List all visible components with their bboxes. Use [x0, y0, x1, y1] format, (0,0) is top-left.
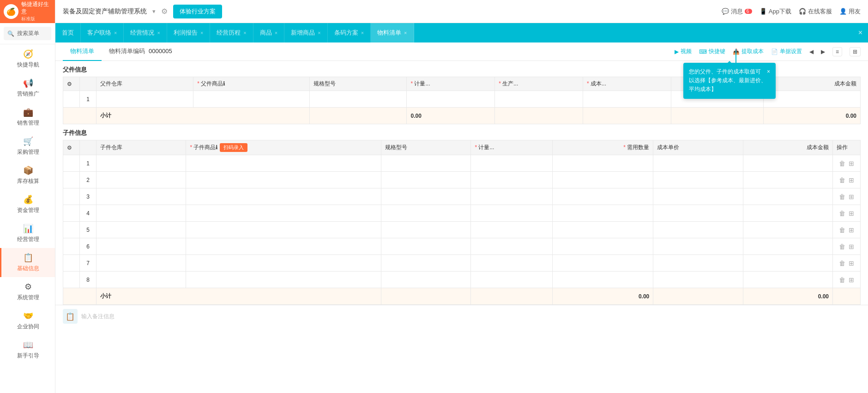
nav-tab-close-new_product[interactable]: ×: [318, 30, 320, 36]
message-btn[interactable]: 💬 消息 6: [722, 7, 752, 16]
close-all-tabs-btn[interactable]: ×: [853, 29, 868, 37]
nav-tab-history[interactable]: 经营历程×: [210, 23, 253, 42]
child-row3-warehouse[interactable]: [96, 188, 186, 205]
child-row8-quantity[interactable]: [552, 272, 653, 288]
online-service-btn[interactable]: 🎧 在线客服: [799, 7, 832, 16]
child-row4-unit-cost[interactable]: [653, 205, 743, 222]
copy-row6-btn[interactable]: ⊞: [849, 243, 854, 250]
nav-tab-close-bom[interactable]: ×: [404, 30, 407, 36]
child-row8-product[interactable]: [186, 272, 381, 288]
delete-row1-btn[interactable]: 🗑: [839, 160, 845, 167]
prev-btn[interactable]: ◀: [809, 48, 814, 55]
note-icon[interactable]: 📋: [63, 309, 78, 324]
child-row8-unit[interactable]: [471, 272, 552, 288]
nav-tab-new_product[interactable]: 新增商品×: [284, 23, 327, 42]
child-row7-warehouse[interactable]: [96, 255, 186, 272]
child-row5-quantity[interactable]: [552, 222, 653, 238]
sidebar-item-inventory[interactable]: 📦 库存核算: [0, 161, 55, 190]
child-row3-spec[interactable]: [381, 188, 471, 205]
child-row5-product[interactable]: [186, 222, 381, 238]
nav-tab-close-customer[interactable]: ×: [114, 30, 117, 36]
search-area[interactable]: 🔍 搜索菜单: [0, 23, 55, 44]
child-row4-quantity[interactable]: [552, 205, 653, 222]
child-row1-product[interactable]: [186, 155, 381, 172]
child-row2-unit[interactable]: [471, 172, 552, 188]
list-view-btn[interactable]: ⊞: [850, 47, 861, 56]
scan-input-btn[interactable]: 扫码录入: [220, 143, 247, 152]
tooltip-close-btn[interactable]: ×: [767, 67, 770, 76]
nav-tab-profit[interactable]: 利润报告×: [167, 23, 210, 42]
child-row3-unit-cost[interactable]: [653, 188, 743, 205]
child-row3-quantity[interactable]: [552, 188, 653, 205]
next-btn[interactable]: ▶: [821, 48, 825, 55]
copy-row5-btn[interactable]: ⊞: [849, 226, 854, 234]
delete-row4-btn[interactable]: 🗑: [839, 210, 845, 217]
child-row3-unit[interactable]: [471, 188, 552, 205]
parent-row1-cost[interactable]: [583, 91, 671, 108]
child-row7-spec[interactable]: [381, 255, 471, 272]
delete-row8-btn[interactable]: 🗑: [839, 276, 845, 284]
settings-icon[interactable]: ⚙: [161, 7, 168, 16]
child-row1-spec[interactable]: [381, 155, 471, 172]
single-settings-btn[interactable]: 📄 单据设置: [771, 48, 802, 55]
child-row3-product[interactable]: [186, 188, 381, 205]
nav-tab-close-product[interactable]: ×: [275, 30, 277, 36]
shortcut-btn[interactable]: ⌨ 快捷键: [699, 48, 725, 55]
nav-tab-barcode[interactable]: 条码方案×: [328, 23, 371, 42]
view-btn[interactable]: ▶ 视频: [675, 48, 692, 55]
child-row1-warehouse[interactable]: [96, 155, 186, 172]
nav-tab-product[interactable]: 商品×: [253, 23, 284, 42]
copy-row2-btn[interactable]: ⊞: [849, 176, 854, 184]
nav-tab-operation[interactable]: 经营情况×: [124, 23, 167, 42]
delete-row3-btn[interactable]: 🗑: [839, 193, 845, 200]
child-row6-product[interactable]: [186, 238, 381, 255]
copy-row8-btn[interactable]: ⊞: [849, 276, 854, 284]
child-col-settings[interactable]: ⚙: [63, 140, 80, 155]
child-row2-quantity[interactable]: [552, 172, 653, 188]
nav-tab-home[interactable]: 首页: [55, 23, 81, 42]
child-row6-spec[interactable]: [381, 238, 471, 255]
nav-tab-close-profit[interactable]: ×: [200, 30, 203, 36]
child-row8-spec[interactable]: [381, 272, 471, 288]
parent-col-settings[interactable]: ⚙: [63, 77, 80, 91]
child-row6-warehouse[interactable]: [96, 238, 186, 255]
copy-row3-btn[interactable]: ⊞: [849, 193, 854, 200]
copy-row7-btn[interactable]: ⊞: [849, 260, 854, 267]
child-row6-unit-cost[interactable]: [653, 238, 743, 255]
child-row8-unit-cost[interactable]: [653, 272, 743, 288]
child-row5-unit-cost[interactable]: [653, 222, 743, 238]
dropdown-icon[interactable]: ▾: [152, 8, 156, 15]
copy-row4-btn[interactable]: ⊞: [849, 210, 854, 217]
child-row6-quantity[interactable]: [552, 238, 653, 255]
grid-view-btn[interactable]: ≡: [832, 47, 842, 56]
nav-tab-close-history[interactable]: ×: [243, 30, 246, 36]
tab-bom-list[interactable]: 物料清单: [63, 42, 102, 61]
nav-tab-close-operation[interactable]: ×: [157, 30, 160, 36]
sidebar-item-guide[interactable]: 📖 新手引导: [0, 335, 55, 364]
delete-row5-btn[interactable]: 🗑: [839, 226, 845, 234]
parent-row1-product[interactable]: [193, 91, 310, 108]
child-row2-unit-cost[interactable]: [653, 172, 743, 188]
copy-row1-btn[interactable]: ⊞: [849, 160, 854, 167]
app-download-btn[interactable]: 📱 App下载: [760, 7, 791, 16]
nav-tab-close-barcode[interactable]: ×: [361, 30, 364, 36]
child-row7-quantity[interactable]: [552, 255, 653, 272]
sidebar-item-basic_info[interactable]: 📋 基础信息: [0, 248, 55, 277]
child-row7-unit-cost[interactable]: [653, 255, 743, 272]
child-row1-unit[interactable]: [471, 155, 552, 172]
child-row4-warehouse[interactable]: [96, 205, 186, 222]
child-row1-unit-cost[interactable]: [653, 155, 743, 172]
parent-row1-spec[interactable]: [310, 91, 407, 108]
child-row4-product[interactable]: [186, 205, 381, 222]
extract-cost-btn[interactable]: 📥 提取成本: [733, 48, 764, 55]
child-row7-unit[interactable]: [471, 255, 552, 272]
child-row5-spec[interactable]: [381, 222, 471, 238]
child-row5-unit[interactable]: [471, 222, 552, 238]
delete-row7-btn[interactable]: 🗑: [839, 260, 845, 267]
sidebar-item-quick_nav[interactable]: 🧭 快捷导航: [0, 44, 55, 73]
sidebar-item-system[interactable]: ⚙ 系统管理: [0, 277, 55, 306]
child-row5-warehouse[interactable]: [96, 222, 186, 238]
child-row6-unit[interactable]: [471, 238, 552, 255]
delete-row6-btn[interactable]: 🗑: [839, 243, 845, 250]
parent-row1-production[interactable]: [495, 91, 583, 108]
